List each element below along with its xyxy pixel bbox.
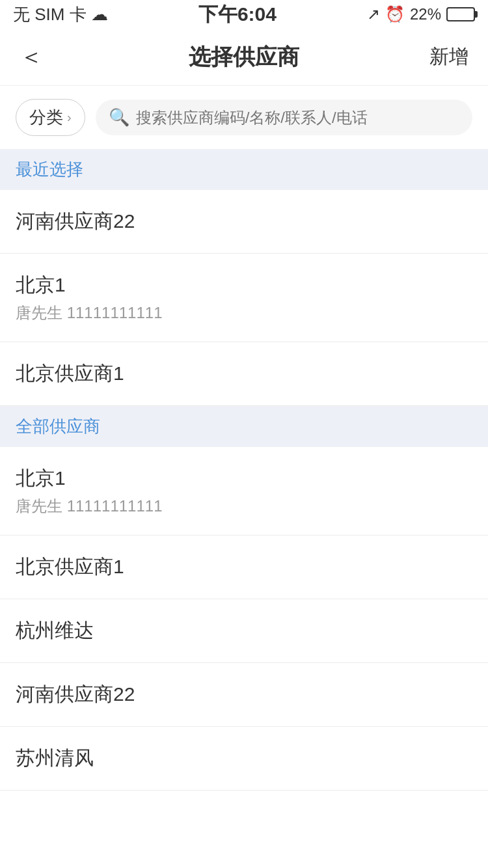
- recent-section-header: 最近选择: [0, 149, 488, 190]
- recent-list-item[interactable]: 北京1 唐先生 11111111111: [0, 254, 488, 342]
- item-name: 北京1: [16, 272, 472, 299]
- alarm-icon: ⏰: [385, 5, 405, 23]
- page-title: 选择供应商: [189, 42, 299, 72]
- back-button[interactable]: ＜: [20, 41, 59, 73]
- all-section-label: 全部供应商: [16, 416, 100, 436]
- battery-percent: 22%: [410, 5, 441, 23]
- item-sub: 唐先生 11111111111: [16, 303, 472, 323]
- search-icon: 🔍: [109, 107, 129, 128]
- recent-items-list: 河南供应商22 北京1 唐先生 11111111111 北京供应商1: [0, 190, 488, 406]
- all-list-item[interactable]: 北京供应商1: [0, 536, 488, 599]
- all-section-header: 全部供应商: [0, 406, 488, 447]
- search-input[interactable]: [136, 109, 459, 127]
- search-box: 🔍: [96, 100, 472, 135]
- nav-bar: ＜ 选择供应商 新增: [0, 29, 488, 86]
- item-sub: 唐先生 11111111111: [16, 496, 472, 517]
- item-name: 河南供应商22: [16, 208, 472, 235]
- category-label: 分类: [29, 106, 63, 129]
- item-name: 北京供应商1: [16, 554, 472, 580]
- recent-section-label: 最近选择: [16, 159, 83, 179]
- all-list-item[interactable]: 苏州清风: [0, 727, 488, 791]
- item-name: 河南供应商22: [16, 681, 472, 708]
- item-name: 北京1: [16, 465, 472, 492]
- battery-icon: [446, 7, 475, 21]
- all-list-item[interactable]: 杭州维达: [0, 599, 488, 663]
- category-button[interactable]: 分类 ›: [16, 99, 85, 136]
- status-time: 下午6:04: [198, 1, 277, 28]
- all-list-item[interactable]: 河南供应商22: [0, 663, 488, 727]
- status-right: ↗ ⏰ 22%: [367, 5, 475, 23]
- item-name: 杭州维达: [16, 617, 472, 644]
- add-button[interactable]: 新增: [429, 44, 468, 70]
- filter-bar: 分类 › 🔍: [0, 86, 488, 149]
- item-name: 北京供应商1: [16, 360, 472, 387]
- location-icon: ↗: [367, 5, 380, 23]
- status-bar: 无 SIM 卡 ☁ 下午6:04 ↗ ⏰ 22%: [0, 0, 488, 29]
- chevron-right-icon: ›: [67, 110, 72, 125]
- all-list-item[interactable]: 北京1 唐先生 11111111111: [0, 447, 488, 536]
- sim-status: 无 SIM 卡 ☁: [13, 3, 108, 26]
- recent-list-item[interactable]: 河南供应商22: [0, 190, 488, 254]
- all-items-list: 北京1 唐先生 11111111111 北京供应商1 杭州维达 河南供应商22 …: [0, 447, 488, 791]
- status-left: 无 SIM 卡 ☁: [13, 3, 108, 26]
- item-name: 苏州清风: [16, 745, 472, 772]
- recent-list-item[interactable]: 北京供应商1: [0, 342, 488, 406]
